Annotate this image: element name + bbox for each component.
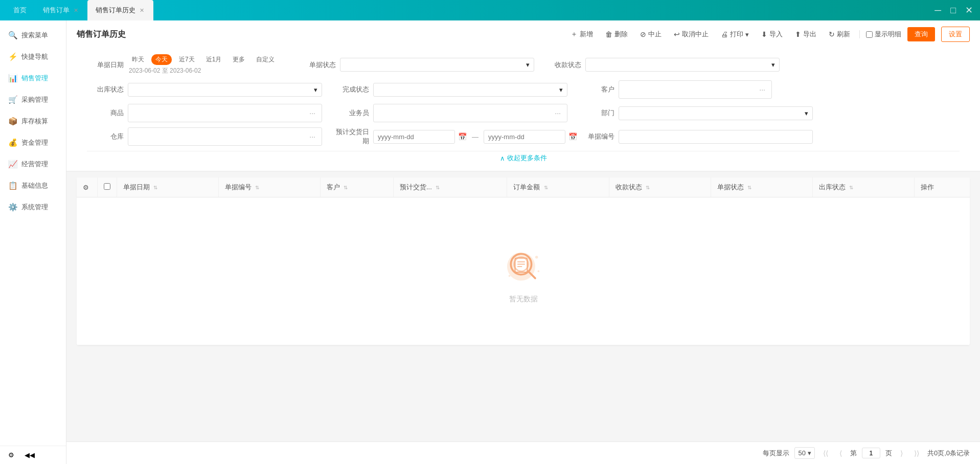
import-button[interactable]: ⬇ 导入 bbox=[758, 28, 786, 41]
sidebar-item-operation-mgmt[interactable]: 📈 经营管理 bbox=[0, 153, 66, 175]
expected-delivery-start[interactable] bbox=[373, 130, 455, 144]
tab-sales-order-close[interactable]: ✕ bbox=[73, 6, 79, 15]
maximize-btn[interactable]: □ bbox=[948, 3, 958, 18]
date-tab-custom[interactable]: 自定义 bbox=[252, 54, 279, 65]
product-ellipsis-icon[interactable]: ··· bbox=[307, 107, 317, 119]
cancel-stop-label: 取消中止 bbox=[682, 30, 709, 39]
sidebar-label-inventory: 库存核算 bbox=[21, 117, 48, 126]
refresh-button[interactable]: ↻ 刷新 bbox=[826, 28, 853, 41]
th-delivery-status-sort-icon[interactable]: ⇅ bbox=[849, 185, 853, 190]
payment-status-label: 收款状态 bbox=[544, 60, 585, 70]
close-btn[interactable]: ✕ bbox=[963, 3, 975, 18]
tab-sales-order-history[interactable]: 销售订单历史 ✕ bbox=[87, 0, 153, 20]
table-header-row: ⚙ 单据日期 ⇅ 单据编号 ⇅ 客户 ⇅ bbox=[77, 178, 970, 197]
department-select[interactable]: ▾ bbox=[619, 106, 813, 120]
product-input[interactable]: ··· bbox=[128, 104, 322, 122]
page-size-select[interactable]: 50 ▾ bbox=[794, 447, 814, 459]
purchase-icon: 🛒 bbox=[8, 95, 17, 104]
th-order-status-sort-icon[interactable]: ⇅ bbox=[747, 185, 751, 190]
delete-icon: 🗑 bbox=[605, 30, 612, 38]
salesperson-label: 业务员 bbox=[332, 108, 373, 118]
department-label: 部门 bbox=[578, 108, 619, 118]
tab-home[interactable]: 首页 bbox=[5, 0, 35, 20]
add-button[interactable]: ＋ 新增 bbox=[567, 28, 596, 41]
query-button[interactable]: 查询 bbox=[907, 27, 935, 41]
th-expected-delivery: 预计交货... ⇅ bbox=[393, 178, 507, 197]
empty-state: 暂无数据 bbox=[77, 197, 970, 345]
print-arrow-icon: ▾ bbox=[745, 31, 749, 38]
display-details-input[interactable] bbox=[866, 31, 873, 38]
warehouse-ellipsis-icon[interactable]: ··· bbox=[307, 130, 317, 143]
date-tab-1month[interactable]: 近1月 bbox=[202, 54, 226, 65]
payment-status-select[interactable]: ▾ bbox=[585, 58, 780, 72]
th-customer-sort-icon[interactable]: ⇅ bbox=[344, 185, 348, 190]
table-area: ⚙ 单据日期 ⇅ 单据编号 ⇅ 客户 ⇅ bbox=[66, 171, 980, 441]
sidebar-item-inventory-calc[interactable]: 📦 库存核算 bbox=[0, 111, 66, 132]
sidebar-label-search: 搜索菜单 bbox=[21, 31, 48, 40]
sidebar-item-quick-nav[interactable]: ⚡ 快捷导航 bbox=[0, 46, 66, 68]
sidebar-item-sales-mgmt[interactable]: 📊 销售管理 bbox=[0, 68, 66, 89]
order-number-input[interactable] bbox=[619, 130, 813, 144]
sidebar-bottom-settings-icon[interactable]: ⚙ bbox=[8, 451, 14, 459]
order-number-control bbox=[619, 130, 813, 144]
stop-button[interactable]: ⊘ 中止 bbox=[637, 28, 665, 41]
th-amount-sort-icon[interactable]: ⇅ bbox=[544, 185, 548, 190]
date-tab-more[interactable]: 更多 bbox=[229, 54, 249, 65]
inventory-icon: 📦 bbox=[8, 117, 17, 126]
warehouse-input[interactable]: ··· bbox=[128, 127, 322, 146]
delivery-status-select[interactable]: ▾ bbox=[128, 83, 322, 97]
sidebar-item-system-mgmt[interactable]: ⚙️ 系统管理 bbox=[0, 196, 66, 218]
cancel-stop-icon: ↩ bbox=[674, 30, 680, 38]
order-status-select[interactable]: ▾ bbox=[340, 58, 534, 72]
date-tab-yesterday[interactable]: 昨天 bbox=[128, 54, 148, 65]
th-expected-delivery-sort-icon[interactable]: ⇅ bbox=[436, 185, 440, 190]
sidebar-item-search-menu[interactable]: 🔍 搜索菜单 bbox=[0, 25, 66, 46]
sidebar-item-finance-mgmt[interactable]: 💰 资金管理 bbox=[0, 132, 66, 153]
chevron-up-icon: ∧ bbox=[500, 154, 505, 162]
print-button[interactable]: 🖨 打印 ▾ bbox=[718, 28, 752, 41]
sidebar-item-purchase-mgmt[interactable]: 🛒 采购管理 bbox=[0, 89, 66, 111]
delete-button[interactable]: 🗑 删除 bbox=[602, 28, 631, 41]
export-button[interactable]: ⬆ 导出 bbox=[792, 28, 819, 41]
prev-page-btn[interactable]: ⟨ bbox=[836, 448, 845, 458]
calendar-start-icon[interactable]: 📅 bbox=[458, 132, 467, 141]
next-page-btn[interactable]: ⟩ bbox=[897, 448, 906, 458]
settings-button[interactable]: 设置 bbox=[941, 27, 970, 42]
th-payment-status-sort-icon[interactable]: ⇅ bbox=[646, 185, 650, 190]
expected-delivery-end[interactable] bbox=[484, 130, 565, 144]
tab-sales-order[interactable]: 销售订单 ✕ bbox=[35, 0, 87, 20]
th-order-no-sort-icon[interactable]: ⇅ bbox=[255, 185, 259, 190]
th-date-sort-icon[interactable]: ⇅ bbox=[153, 185, 157, 190]
import-label: 导入 bbox=[769, 30, 783, 39]
salesperson-ellipsis-icon[interactable]: ··· bbox=[553, 107, 563, 119]
delivery-status-control: ▾ bbox=[128, 83, 322, 97]
completion-status-arrow: ▾ bbox=[559, 86, 563, 94]
date-tab-7days[interactable]: 近7天 bbox=[175, 54, 199, 65]
customer-ellipsis-icon[interactable]: ··· bbox=[757, 83, 767, 96]
tab-sales-order-history-close[interactable]: ✕ bbox=[139, 6, 145, 15]
date-tab-today[interactable]: 今天 bbox=[151, 54, 172, 65]
calendar-end-icon[interactable]: 📅 bbox=[568, 132, 577, 141]
th-checkbox[interactable] bbox=[97, 178, 117, 197]
first-page-btn[interactable]: ⟨⟨ bbox=[820, 448, 831, 458]
add-label: 新增 bbox=[580, 30, 593, 39]
select-all-checkbox[interactable] bbox=[104, 183, 110, 190]
th-settings[interactable]: ⚙ bbox=[77, 178, 97, 197]
sidebar-bottom-expand-icon[interactable]: ◀◀ bbox=[25, 451, 35, 459]
collapse-row[interactable]: ∧ 收起更多条件 bbox=[87, 151, 960, 165]
customer-input[interactable]: ··· bbox=[619, 80, 772, 99]
last-page-btn[interactable]: ⟩⟩ bbox=[911, 448, 922, 458]
sidebar-item-base-info[interactable]: 📋 基础信息 bbox=[0, 175, 66, 196]
page-number-input[interactable] bbox=[862, 448, 880, 458]
sidebar-label-operation: 经营管理 bbox=[21, 160, 48, 169]
product-control: ··· bbox=[128, 104, 322, 122]
salesperson-input[interactable]: ··· bbox=[373, 104, 567, 122]
display-details-checkbox[interactable]: 显示明细 bbox=[866, 30, 901, 39]
th-payment-status: 收款状态 ⇅ bbox=[609, 178, 711, 197]
minimize-btn[interactable]: ─ bbox=[932, 3, 943, 18]
export-label: 导出 bbox=[803, 30, 816, 39]
completion-status-select[interactable]: ▾ bbox=[373, 83, 567, 97]
th-delivery-status-label: 出库状态 bbox=[819, 183, 846, 191]
print-label: 打印 bbox=[730, 30, 743, 39]
cancel-stop-button[interactable]: ↩ 取消中止 bbox=[671, 28, 712, 41]
